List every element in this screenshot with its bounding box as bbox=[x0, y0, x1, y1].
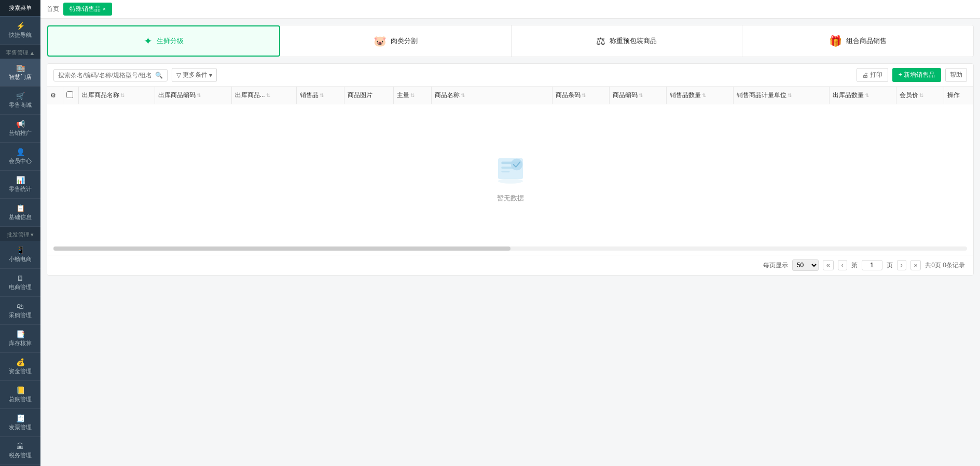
col-goods-barcode[interactable]: 商品条码 ⇅ bbox=[552, 87, 609, 104]
sidebar-item-inventory[interactable]: 📑 库存核算 bbox=[0, 325, 40, 353]
col-sale-goods[interactable]: 销售品 ⇅ bbox=[297, 87, 344, 104]
col-setting[interactable]: ⚙ bbox=[47, 87, 63, 104]
sidebar-item-purchase[interactable]: 🛍 采购管理 bbox=[0, 297, 40, 325]
tab-label: 特殊销售品 bbox=[70, 5, 101, 13]
sidebar-item-label: 零售统计 bbox=[9, 185, 32, 193]
sort-icon: ⇅ bbox=[919, 92, 923, 98]
sort-icon: ⇅ bbox=[120, 92, 125, 98]
next-page-button[interactable]: › bbox=[897, 260, 906, 270]
sidebar: 搜索菜单 ⚡ 快捷导航 零售管理 ▲ 🏬 智慧门店 🛒 零售商城 📢 营销推广 … bbox=[0, 0, 40, 466]
col-checkbox[interactable] bbox=[63, 87, 78, 104]
sidebar-item-label: 基础信息 bbox=[9, 213, 32, 221]
sidebar-item-invoice[interactable]: 🧾 发票管理 bbox=[0, 409, 40, 437]
col-out-qty[interactable]: 出库品数量 ⇅ bbox=[830, 87, 896, 104]
sort-icon: ⇅ bbox=[320, 92, 324, 98]
sidebar-item-label: 库存核算 bbox=[9, 339, 32, 347]
purchase-icon: 🛍 bbox=[17, 302, 24, 310]
sidebar-item-member-center[interactable]: 👤 会员中心 bbox=[0, 143, 40, 171]
select-all-checkbox[interactable] bbox=[66, 91, 73, 98]
filter-button[interactable]: ▽ 更多条件 ▾ bbox=[172, 68, 217, 82]
empty-text: 暂无数据 bbox=[497, 194, 524, 203]
print-button[interactable]: 🖨 打印 bbox=[857, 68, 888, 82]
horizontal-scrollbar[interactable] bbox=[47, 244, 973, 255]
retail-stats-icon: 📊 bbox=[16, 176, 25, 184]
col-out-goods-spec[interactable]: 出库商品... ⇅ bbox=[231, 87, 297, 104]
toolbar-right: 🖨 打印 + 新增销售品 帮助 bbox=[857, 68, 967, 82]
col-main-weight[interactable]: 主量 ⇅ bbox=[393, 87, 431, 104]
col-member-price[interactable]: 会员价 ⇅ bbox=[896, 87, 944, 104]
search-box[interactable]: 🔍 bbox=[53, 69, 168, 81]
weight-package-icon: ⚖ bbox=[596, 35, 605, 47]
sidebar-item-label: 电商管理 bbox=[9, 283, 32, 291]
ecommerce-icon: 🖥 bbox=[17, 274, 24, 282]
sidebar-item-smart-store[interactable]: 🏬 智慧门店 bbox=[0, 59, 40, 87]
table-header-row: ⚙ 出库商品名称 ⇅ 出库商 bbox=[47, 87, 973, 104]
sidebar-item-sales-promo[interactable]: 📢 营销推广 bbox=[0, 115, 40, 143]
pagination-bar: 每页显示 10 20 50 100 « ‹ 第 页 › » 共0页 0条记录 bbox=[47, 255, 973, 275]
cat-tab-fresh-grade[interactable]: ✦ 生鲜分级 bbox=[47, 25, 280, 57]
tab-close-button[interactable]: × bbox=[103, 6, 106, 12]
sidebar-item-label: 营销推广 bbox=[9, 129, 32, 137]
fresh-grade-icon: ✦ bbox=[144, 35, 153, 47]
page-number-input[interactable] bbox=[862, 260, 882, 270]
col-goods-name[interactable]: 商品名称 ⇅ bbox=[431, 87, 552, 104]
sort-icon: ⇅ bbox=[197, 92, 201, 98]
total-label: 共0页 0条记录 bbox=[925, 261, 965, 270]
sort-icon: ⇅ bbox=[702, 92, 706, 98]
sidebar-item-general-ledger[interactable]: 📒 总账管理 bbox=[0, 381, 40, 409]
home-link[interactable]: 首页 bbox=[47, 5, 59, 13]
sidebar-logo[interactable]: 搜索菜单 bbox=[0, 0, 40, 17]
col-out-goods-code[interactable]: 出库商品编码 ⇅ bbox=[155, 87, 232, 104]
main-content: 首页 特殊销售品 × ✦ 生鲜分级 🐷 肉类分割 ⚖ 称重预包装商品 🎁 组合商… bbox=[40, 0, 980, 466]
col-goods-image: 商品图片 bbox=[344, 87, 394, 104]
cat-tab-label: 组合商品销售 bbox=[846, 36, 887, 46]
prev-page-button[interactable]: ‹ bbox=[838, 260, 847, 270]
help-button[interactable]: 帮助 bbox=[945, 68, 967, 82]
cat-tab-combo[interactable]: 🎁 组合商品销售 bbox=[742, 25, 973, 57]
last-page-button[interactable]: » bbox=[910, 260, 921, 270]
col-sale-unit[interactable]: 销售商品计量单位 ⇅ bbox=[734, 87, 830, 104]
sidebar-item-quick-nav[interactable]: ⚡ 快捷导航 bbox=[0, 17, 40, 45]
sidebar-section-wholesale[interactable]: 批发管理 ▾ bbox=[0, 227, 40, 241]
empty-row: 暂无数据 bbox=[47, 104, 973, 245]
empty-state-icon bbox=[490, 146, 531, 187]
svg-point-5 bbox=[510, 159, 522, 170]
data-table: ⚙ 出库商品名称 ⇅ 出库商 bbox=[47, 87, 973, 244]
table-body: 暂无数据 bbox=[47, 104, 973, 245]
search-input[interactable] bbox=[58, 72, 153, 79]
sidebar-item-finance[interactable]: 💰 资金管理 bbox=[0, 353, 40, 381]
col-goods-code[interactable]: 商品编码 ⇅ bbox=[610, 87, 667, 104]
invoice-icon: 🧾 bbox=[16, 414, 25, 422]
cat-tab-weight-package[interactable]: ⚖ 称重预包装商品 bbox=[512, 25, 743, 57]
col-sale-qty[interactable]: 销售品数量 ⇅ bbox=[667, 87, 734, 104]
table-toolbar: 🔍 ▽ 更多条件 ▾ 🖨 打印 + 新增销售品 帮助 bbox=[47, 64, 973, 87]
sidebar-item-label: 快捷导航 bbox=[9, 31, 32, 39]
cat-tab-label: 生鲜分级 bbox=[157, 36, 184, 46]
sidebar-logo-text: 搜索菜单 bbox=[9, 4, 32, 12]
meat-cut-icon: 🐷 bbox=[374, 35, 387, 47]
sidebar-item-label: 税务管理 bbox=[9, 451, 32, 459]
sidebar-item-label: 小畅电商 bbox=[9, 255, 32, 263]
cat-tab-label: 肉类分割 bbox=[391, 36, 418, 46]
active-tab[interactable]: 特殊销售品 × bbox=[63, 3, 112, 16]
sidebar-item-label: 总账管理 bbox=[9, 395, 32, 403]
new-sale-item-button[interactable]: + 新增销售品 bbox=[892, 68, 941, 82]
sidebar-item-tax[interactable]: 🏛 税务管理 bbox=[0, 437, 40, 465]
general-ledger-icon: 📒 bbox=[16, 386, 25, 394]
search-icon[interactable]: 🔍 bbox=[155, 72, 163, 79]
sidebar-item-retail-stats[interactable]: 📊 零售统计 bbox=[0, 171, 40, 199]
first-page-button[interactable]: « bbox=[823, 260, 834, 270]
sidebar-item-label: 零售商城 bbox=[9, 101, 32, 109]
sidebar-item-ecommerce[interactable]: 🖥 电商管理 bbox=[0, 269, 40, 297]
filter-icon: ▽ bbox=[176, 72, 181, 79]
per-page-label: 每页显示 bbox=[763, 261, 788, 270]
sidebar-section-retail[interactable]: 零售管理 ▲ bbox=[0, 45, 40, 59]
sidebar-item-retail-mall[interactable]: 🛒 零售商城 bbox=[0, 87, 40, 115]
cat-tab-meat-cut[interactable]: 🐷 肉类分割 bbox=[280, 25, 512, 57]
combo-icon: 🎁 bbox=[829, 35, 842, 47]
print-icon: 🖨 bbox=[862, 72, 868, 79]
sidebar-item-miniapp[interactable]: 📱 小畅电商 bbox=[0, 241, 40, 269]
sidebar-item-basic-info[interactable]: 📋 基础信息 bbox=[0, 199, 40, 227]
per-page-select[interactable]: 10 20 50 100 bbox=[792, 259, 819, 271]
col-out-goods-name[interactable]: 出库商品名称 ⇅ bbox=[78, 87, 155, 104]
